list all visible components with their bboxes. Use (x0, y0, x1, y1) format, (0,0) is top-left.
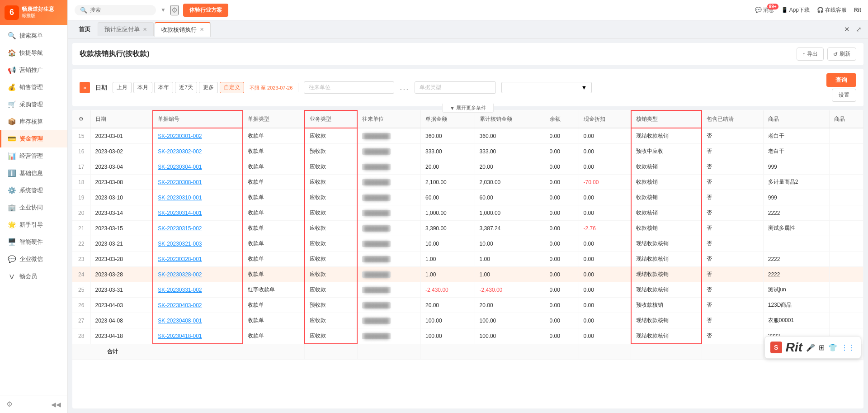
cell-voucher-no[interactable]: SK-20230418-001 (153, 328, 243, 344)
th-amount[interactable]: 单据金额 (421, 110, 475, 128)
sidebar-item-quick[interactable]: 🏠 快捷导航 (0, 44, 67, 62)
cell-voucher-no[interactable]: SK-20230302-002 (153, 144, 243, 159)
member-icon: V (8, 273, 16, 280)
cell-voucher-no[interactable]: SK-20230321-003 (153, 236, 243, 252)
filter-partner-input[interactable]: 往来单位 (304, 81, 394, 94)
filter-btn-this-year[interactable]: 本年 (154, 82, 173, 93)
filter-btn-more[interactable]: 更多 (199, 82, 218, 93)
industry-solution-button[interactable]: 体验行业方案 (183, 4, 228, 17)
query-button[interactable]: 查询 (826, 73, 856, 87)
cell-biz-type: 应收款 (305, 282, 358, 298)
cell-cash-discount: 0.00 (579, 159, 631, 175)
sidebar-item-guide[interactable]: 🌟 新手引导 (0, 216, 67, 233)
apps-icon[interactable]: ⋮⋮ (841, 343, 855, 352)
cell-voucher-no[interactable]: SK-20230310-001 (153, 190, 243, 205)
sidebar-item-corp[interactable]: 🏢 企业协同 (0, 199, 67, 216)
sidebar-item-inventory[interactable]: 📦 库存核算 (0, 113, 67, 130)
tab-close-all-button[interactable]: ✕ (842, 24, 852, 35)
cell-cash-discount: 0.00 (579, 144, 631, 159)
message-button[interactable]: 💬 消息 99+ (755, 6, 774, 14)
cell-voucher-no[interactable]: SK-20230403-002 (153, 298, 243, 313)
sidebar-item-member[interactable]: V 畅会员 (0, 268, 67, 285)
sidebar-item-operation[interactable]: 📊 经营管理 (0, 147, 67, 165)
tab-collection-close[interactable]: ✕ (200, 27, 204, 33)
filter-btn-this-month[interactable]: 本月 (133, 82, 152, 93)
cell-include-cleared: 否 (702, 190, 763, 205)
user-avatar[interactable]: Rit (854, 7, 861, 13)
sidebar-item-basic[interactable]: ℹ️ 基础信息 (0, 165, 67, 182)
refresh-button[interactable]: ↺ 刷新 (827, 47, 856, 61)
cell-voucher-no[interactable]: SK-20230304-001 (153, 159, 243, 175)
online-service-button[interactable]: 🎧 在线客服 (817, 6, 847, 14)
cell-partner: ███████ (357, 282, 420, 298)
cell-rowno: 27 (72, 313, 90, 328)
cell-voucher-no[interactable]: SK-20230308-001 (153, 175, 243, 190)
cell-date: 2023-03-14 (90, 205, 153, 221)
th-goods[interactable]: 商品 (763, 110, 829, 128)
sidebar-item-marketing[interactable]: 📢 营销推广 (0, 62, 67, 79)
cell-voucher-no[interactable]: SK-20230328-002 (153, 267, 243, 282)
cell-include-cleared: 否 (702, 175, 763, 190)
th-writeoff-type[interactable]: 核销类型 (631, 110, 702, 128)
tab-home[interactable]: 首页 (72, 23, 97, 36)
filter-btn-last-month[interactable]: 上月 (113, 82, 132, 93)
sidebar-item-device[interactable]: 🖥️ 智能硬件 (0, 233, 67, 251)
cell-goods2 (829, 221, 863, 236)
table-row: 212023-03-15SK-20230315-002收款单应收款███████… (72, 221, 863, 236)
sidebar-item-sales[interactable]: 💰 销售管理 (0, 79, 67, 96)
th-balance[interactable]: 余额 (545, 110, 579, 128)
sidebar-item-finance[interactable]: 💳 资金管理 (0, 130, 67, 147)
voice-icon[interactable]: 🎤 (806, 343, 815, 352)
cell-voucher-no[interactable]: SK-20230328-001 (153, 252, 243, 267)
filter-btn-7days[interactable]: 近7天 (175, 82, 197, 93)
filter-more-dots[interactable]: ... (400, 83, 409, 92)
footer-balance (545, 344, 579, 359)
cell-writeoff-amount: -2,430.00 (475, 282, 545, 298)
search-input[interactable] (90, 7, 149, 13)
th-include-cleared[interactable]: 包含已结清 (702, 110, 763, 128)
cell-voucher-no[interactable]: SK-20230331-002 (153, 282, 243, 298)
filter-btn-custom[interactable]: 自定义 (220, 82, 244, 93)
cell-voucher-type: 红字收款单 (243, 282, 305, 298)
tab-prepay[interactable]: 预计应应付单 ✕ (98, 22, 154, 36)
sidebar-item-purchase[interactable]: 🛒 采购管理 (0, 96, 67, 113)
filter-toggle-button[interactable]: » (80, 82, 90, 93)
th-voucher-type[interactable]: 单据类型 (243, 110, 305, 128)
cell-voucher-no[interactable]: SK-20230314-001 (153, 205, 243, 221)
app-download-button[interactable]: 📱 App下载 (781, 6, 810, 14)
th-date[interactable]: 日期 (90, 110, 153, 128)
th-settings[interactable]: ⚙ (72, 110, 90, 128)
cell-writeoff-amount: 333.00 (475, 144, 545, 159)
th-cash-discount[interactable]: 现金折扣 (579, 110, 631, 128)
cell-voucher-no[interactable]: SK-20230408-001 (153, 313, 243, 328)
topbar-search-wrap[interactable]: 🔍 (75, 5, 156, 15)
cell-voucher-no[interactable]: SK-20230315-002 (153, 221, 243, 236)
s-icon[interactable]: S (770, 342, 782, 353)
cell-include-cleared: 否 (702, 221, 763, 236)
filter-voucher-type-select[interactable]: ▼ (501, 82, 592, 93)
tab-prepay-close[interactable]: ✕ (143, 27, 147, 33)
tab-collection[interactable]: 收款核销执行 ✕ (155, 22, 211, 37)
sidebar-item-system[interactable]: ⚙️ 系统管理 (0, 182, 67, 199)
grid-icon[interactable]: ⊞ (819, 343, 825, 352)
collapse-icon[interactable]: ◀◀ (51, 401, 61, 408)
export-button[interactable]: ↑ 导出 (797, 47, 824, 61)
cell-partner: ███████ (357, 175, 420, 190)
filter-voucher-type-wrap[interactable]: 单据类型 (415, 81, 496, 94)
sidebar-item-wechat[interactable]: 💬 企业微信 (0, 251, 67, 268)
th-biz-type[interactable]: 业务类型 (305, 110, 358, 128)
th-voucher-no[interactable]: 单据编号 (153, 110, 243, 128)
filter-expand-button[interactable]: ▼ 展开更多条件 (442, 104, 494, 113)
tab-expand-button[interactable]: ⤢ (854, 24, 863, 35)
gear-button[interactable]: ⚙ (170, 5, 179, 15)
cell-rowno: 20 (72, 205, 90, 221)
settings-icon[interactable]: ⚙ (6, 400, 13, 408)
cell-voucher-no[interactable]: SK-20230301-002 (153, 128, 243, 144)
sidebar-item-search[interactable]: 🔍 搜索菜单 (0, 27, 67, 44)
shirt-icon[interactable]: 👕 (828, 343, 837, 352)
cell-goods2 (829, 128, 863, 144)
filter-setting-button[interactable]: 设置 (832, 89, 856, 102)
th-writeoff-amount[interactable]: 累计核销金额 (475, 110, 545, 128)
th-goods2[interactable]: 商品 (829, 110, 863, 128)
th-partner[interactable]: 往来单位 (357, 110, 420, 128)
